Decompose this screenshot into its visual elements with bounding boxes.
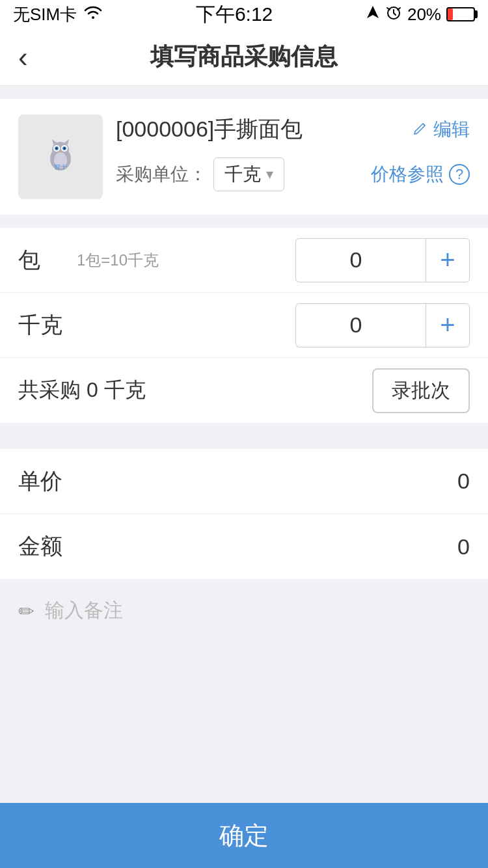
unit-select[interactable]: 千克 ▾ [213,157,284,191]
summary-section: 共采购 0 千克 录批次 [0,358,488,423]
status-bar: 无SIM卡 下午6:12 [0,0,488,29]
amount-label: 金额 [18,532,62,562]
kg-label: 千克 [18,310,70,340]
amount-value: 0 [457,534,470,560]
back-button[interactable]: ‹ [18,41,28,74]
status-bar-left: 无SIM卡 [13,3,103,26]
battery-percent: 20% [407,5,441,25]
divider-2 [0,423,488,436]
unit-price-label: 单价 [18,467,62,496]
input-section: 包 1包=10千克 + 千克 + [0,228,488,358]
battery-icon [446,7,475,21]
bag-label: 包 [18,245,70,275]
price-ref-button[interactable]: 价格参照 ? [371,162,470,187]
product-name: [0000006]手撕面包 [116,115,303,144]
remark-placeholder: 输入备注 [45,597,123,624]
batch-button[interactable]: 录批次 [372,368,470,413]
product-card: 智十 [0000006]手撕面包 编辑 采购单位： [0,99,488,215]
divider-1 [0,215,488,228]
nav-bar: ‹ 填写商品采购信息 [0,29,488,86]
remark-section[interactable]: ✏ 输入备注 [0,579,488,657]
alarm-icon [385,4,402,25]
unit-select-text: 千克 [224,162,261,187]
bag-sublabel: 1包=10千克 [77,250,159,271]
status-bar-right: 20% [366,4,475,25]
carrier-text: 无SIM卡 [13,3,77,26]
wifi-icon [83,5,103,25]
svg-text:智十: 智十 [54,163,67,170]
product-image: 智十 [18,115,103,199]
pencil-icon: ✏ [18,600,34,623]
help-icon: ? [449,164,470,185]
kg-plus-button[interactable]: + [426,303,470,347]
unit-select-arrow-icon: ▾ [266,166,273,183]
bag-input-row: 包 1包=10千克 + [0,228,488,293]
location-icon [366,5,380,25]
product-logo: 智十 [38,134,83,180]
bag-input[interactable] [295,238,426,282]
kg-input[interactable] [295,303,426,347]
edit-button[interactable]: 编辑 [413,117,470,142]
amount-row: 金额 0 [0,514,488,579]
bag-plus-button[interactable]: + [426,238,470,282]
product-info: [0000006]手撕面包 编辑 采购单位： 千克 ▾ [116,115,470,191]
summary-text: 共采购 0 千克 [18,376,146,405]
info-section: 单价 0 金额 0 [0,449,488,579]
page-title: 填写商品采购信息 [150,41,338,73]
svg-point-9 [64,148,66,150]
kg-input-row: 千克 + [0,293,488,358]
status-bar-time: 下午6:12 [196,1,273,28]
unit-label: 采购单位： [116,162,207,187]
confirm-button[interactable]: 确定 [0,803,488,868]
svg-point-8 [56,148,58,150]
unit-price-value: 0 [457,468,470,494]
unit-price-row: 单价 0 [0,449,488,514]
